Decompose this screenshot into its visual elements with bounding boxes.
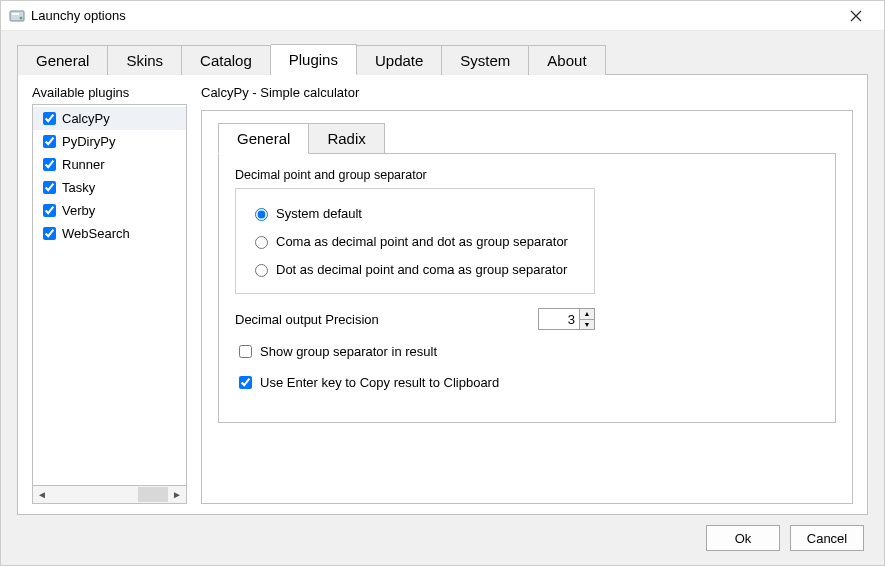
enter-copy-checkbox[interactable]: Use Enter key to Copy result to Clipboar… <box>235 373 819 392</box>
cancel-button[interactable]: Cancel <box>790 525 864 551</box>
plugin-checkbox[interactable] <box>43 227 56 240</box>
ok-button[interactable]: Ok <box>706 525 780 551</box>
sub-tab-content: Decimal point and group separator System… <box>218 153 836 423</box>
precision-input[interactable] <box>539 309 579 329</box>
plugin-label: PyDiryPy <box>62 134 115 149</box>
plugin-checkbox[interactable] <box>43 204 56 217</box>
radio-dot-decimal[interactable]: Dot as decimal point and coma as group s… <box>250 255 580 283</box>
svg-rect-1 <box>12 13 19 15</box>
radio-label: Coma as decimal point and dot as group s… <box>276 234 568 249</box>
plugin-list[interactable]: CalcyPy PyDiryPy Runner Tasky <box>32 104 187 486</box>
tab-general[interactable]: General <box>17 45 108 75</box>
svg-point-2 <box>20 16 23 19</box>
content-area: General Skins Catalog Plugins Update Sys… <box>1 31 884 565</box>
show-group-separator-checkbox[interactable]: Show group separator in result <box>235 342 819 361</box>
plugin-label: CalcyPy <box>62 111 110 126</box>
plugin-checkbox[interactable] <box>43 135 56 148</box>
plugin-item-runner[interactable]: Runner <box>33 153 186 176</box>
plugin-item-verby[interactable]: Verby <box>33 199 186 222</box>
separator-radio-group: System default Coma as decimal point and… <box>235 188 595 294</box>
plugin-item-tasky[interactable]: Tasky <box>33 176 186 199</box>
plugin-item-calcypy[interactable]: CalcyPy <box>33 107 186 130</box>
close-icon <box>850 10 862 22</box>
plugins-column: Available plugins CalcyPy PyDiryPy Runne… <box>32 85 187 504</box>
main-panel: Available plugins CalcyPy PyDiryPy Runne… <box>17 74 868 515</box>
plugin-checkbox[interactable] <box>43 112 56 125</box>
tab-catalog[interactable]: Catalog <box>182 45 271 75</box>
precision-spinner[interactable]: ▲ ▼ <box>538 308 595 330</box>
main-tabs: General Skins Catalog Plugins Update Sys… <box>17 43 868 74</box>
sub-tab-general[interactable]: General <box>218 123 309 154</box>
tab-update[interactable]: Update <box>357 45 442 75</box>
precision-row: Decimal output Precision ▲ ▼ <box>235 308 595 330</box>
tab-skins[interactable]: Skins <box>108 45 182 75</box>
plugin-checkbox[interactable] <box>43 181 56 194</box>
plugin-detail-title: CalcyPy - Simple calculator <box>201 85 853 100</box>
tab-plugins[interactable]: Plugins <box>271 44 357 75</box>
sub-tabs: General Radix <box>218 123 836 154</box>
plugin-item-pydirypy[interactable]: PyDiryPy <box>33 130 186 153</box>
checkbox-input[interactable] <box>239 345 252 358</box>
plugins-heading: Available plugins <box>32 85 187 100</box>
window-close-button[interactable] <box>836 2 876 30</box>
plugin-detail-column: CalcyPy - Simple calculator General Radi… <box>201 85 853 504</box>
radio-system-default[interactable]: System default <box>250 199 580 227</box>
plugin-list-hscrollbar[interactable]: ◄ ► <box>32 486 187 504</box>
svg-rect-0 <box>10 11 24 21</box>
scroll-thumb[interactable] <box>138 487 168 502</box>
checkbox-input[interactable] <box>239 376 252 389</box>
radio-input[interactable] <box>255 236 268 249</box>
spinner-up[interactable]: ▲ <box>580 309 594 320</box>
spinner-down[interactable]: ▼ <box>580 320 594 330</box>
plugin-label: Verby <box>62 203 95 218</box>
radio-coma-decimal[interactable]: Coma as decimal point and dot as group s… <box>250 227 580 255</box>
precision-label: Decimal output Precision <box>235 312 379 327</box>
plugin-label: WebSearch <box>62 226 130 241</box>
scroll-track[interactable] <box>51 486 168 503</box>
plugin-label: Runner <box>62 157 105 172</box>
window-title: Launchy options <box>31 8 836 23</box>
radio-input[interactable] <box>255 264 268 277</box>
scroll-right-arrow[interactable]: ► <box>168 486 186 503</box>
titlebar: Launchy options <box>1 1 884 31</box>
checkbox-label: Show group separator in result <box>260 344 437 359</box>
separator-heading: Decimal point and group separator <box>235 168 819 182</box>
tab-system[interactable]: System <box>442 45 529 75</box>
radio-label: Dot as decimal point and coma as group s… <box>276 262 567 277</box>
checkbox-label: Use Enter key to Copy result to Clipboar… <box>260 375 499 390</box>
dialog-button-row: Ok Cancel <box>17 515 868 555</box>
plugin-detail-panel: General Radix Decimal point and group se… <box>201 110 853 504</box>
radio-label: System default <box>276 206 362 221</box>
scroll-left-arrow[interactable]: ◄ <box>33 486 51 503</box>
radio-input[interactable] <box>255 208 268 221</box>
plugin-label: Tasky <box>62 180 95 195</box>
options-dialog: Launchy options General Skins Catalog Pl… <box>0 0 885 566</box>
app-icon <box>9 8 25 24</box>
plugin-checkbox[interactable] <box>43 158 56 171</box>
tab-about[interactable]: About <box>529 45 605 75</box>
sub-tab-radix[interactable]: Radix <box>309 123 384 154</box>
plugin-item-websearch[interactable]: WebSearch <box>33 222 186 245</box>
